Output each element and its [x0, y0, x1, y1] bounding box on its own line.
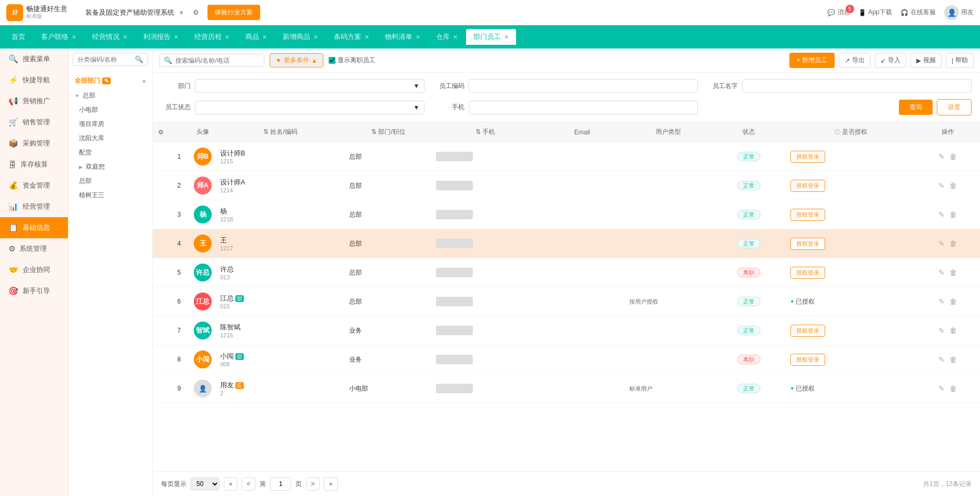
- filter-name-input[interactable]: [742, 79, 972, 93]
- edit-icon[interactable]: ✎: [938, 268, 945, 277]
- delete-icon[interactable]: 🗑: [949, 181, 957, 190]
- sidebar-item-purchase[interactable]: 📦采购管理: [0, 133, 68, 154]
- nav-tab-经营情况[interactable]: 经营情况✕: [85, 29, 135, 45]
- edit-icon[interactable]: ✎: [938, 239, 945, 248]
- edit-icon[interactable]: ✎: [938, 384, 945, 393]
- delete-icon[interactable]: 🗑: [949, 326, 957, 335]
- col-name-header[interactable]: ⇅ 姓名/编码: [216, 122, 345, 142]
- auth-login-button[interactable]: 授权登录: [790, 325, 825, 337]
- search-input[interactable]: [175, 57, 260, 64]
- auth-login-button[interactable]: 授权登录: [790, 151, 825, 163]
- first-page-button[interactable]: «: [224, 477, 237, 491]
- tab-close-icon[interactable]: ✕: [364, 34, 369, 41]
- tab-close-icon[interactable]: ✕: [504, 34, 509, 41]
- set-button[interactable]: 设置: [937, 99, 972, 115]
- dept-node[interactable]: 项目库房: [68, 117, 152, 131]
- show-resign-checkbox[interactable]: [329, 57, 335, 64]
- nav-tab-利润报告[interactable]: 利润报告✕: [136, 29, 186, 45]
- import-button[interactable]: ↙ 导入: [875, 53, 906, 68]
- delete-icon[interactable]: 🗑: [949, 384, 957, 393]
- nav-tab-物料清单[interactable]: 物料清单✕: [378, 29, 428, 45]
- dept-collapse-icon[interactable]: «: [142, 77, 146, 85]
- edit-icon[interactable]: ✎: [938, 355, 945, 364]
- sidebar-item-enterprise[interactable]: 🤝企业协同: [0, 259, 68, 280]
- edit-icon[interactable]: ✎: [938, 326, 945, 335]
- trial-button[interactable]: 体验行业方案: [207, 5, 260, 20]
- export-button[interactable]: ↗ 导出: [839, 53, 870, 68]
- more-filter-button[interactable]: ▼ 更多条件 ▲: [270, 53, 323, 67]
- tab-close-icon[interactable]: ✕: [225, 34, 230, 41]
- dept-node[interactable]: 配货: [68, 145, 152, 160]
- tab-close-icon[interactable]: ✕: [72, 34, 76, 41]
- dept-node[interactable]: 沈阳大库: [68, 131, 152, 145]
- nav-tab-仓库[interactable]: 仓库✕: [429, 29, 465, 45]
- sidebar-item-search-menu[interactable]: 🔍搜索菜单: [0, 48, 68, 70]
- col-phone-header[interactable]: ⇅ 手机: [432, 122, 539, 142]
- settings-icon[interactable]: ⚙: [189, 5, 203, 20]
- dept-node[interactable]: 总部: [68, 89, 152, 103]
- delete-icon[interactable]: 🗑: [949, 152, 957, 161]
- dept-node[interactable]: 双庭想: [68, 160, 152, 174]
- sidebar-item-sales[interactable]: 🛒销售管理: [0, 112, 68, 133]
- view-button[interactable]: ▶ 视频: [910, 53, 942, 68]
- tab-close-icon[interactable]: ✕: [262, 34, 267, 41]
- delete-icon[interactable]: 🗑: [949, 355, 957, 364]
- prev-page-button[interactable]: <: [242, 477, 255, 491]
- nav-tab-经营历程[interactable]: 经营历程✕: [187, 29, 237, 45]
- sidebar-item-operation[interactable]: 📊经营管理: [0, 196, 68, 217]
- auth-login-button[interactable]: 授权登录: [790, 209, 825, 221]
- delete-icon[interactable]: 🗑: [949, 210, 957, 219]
- filter-phone-input[interactable]: [469, 101, 698, 114]
- tab-close-icon[interactable]: ✕: [453, 34, 458, 41]
- auth-login-button[interactable]: 授权登录: [790, 238, 825, 250]
- sidebar-item-system[interactable]: ⚙系统管理: [0, 238, 68, 259]
- page-input[interactable]: [270, 477, 291, 491]
- tab-close-icon[interactable]: ✕: [123, 34, 127, 41]
- nav-tab-部门员工[interactable]: 部门员工✕: [466, 29, 516, 45]
- sidebar-item-finance[interactable]: 💰资金管理: [0, 175, 68, 196]
- message-button[interactable]: 💬 消息 5: [827, 8, 850, 17]
- next-page-button[interactable]: >: [306, 477, 320, 491]
- tab-close-icon[interactable]: ✕: [174, 34, 179, 41]
- auth-login-button[interactable]: 授权登录: [790, 354, 825, 366]
- user-avatar[interactable]: 👤 用友: [944, 5, 974, 20]
- tab-close-icon[interactable]: ✕: [415, 34, 420, 41]
- filter-code-input[interactable]: [469, 79, 698, 93]
- nav-tab-商品[interactable]: 商品✕: [238, 29, 274, 45]
- edit-icon[interactable]: ✎: [938, 152, 945, 161]
- tab-close-icon[interactable]: ✕: [313, 34, 318, 41]
- page-size-select[interactable]: 50 20 100: [191, 478, 220, 490]
- auth-login-button[interactable]: 授权登录: [790, 180, 825, 192]
- edit-icon[interactable]: ✎: [938, 210, 945, 219]
- filter-status-select[interactable]: ▼: [195, 101, 424, 114]
- nav-tab-客户联络[interactable]: 客户联络✕: [34, 29, 84, 45]
- last-page-button[interactable]: »: [324, 477, 338, 491]
- sidebar-item-newbie[interactable]: 🎯新手引导: [0, 280, 68, 302]
- nav-tab-首页[interactable]: 首页: [4, 29, 33, 45]
- dept-node[interactable]: 植树王三: [68, 188, 152, 202]
- sidebar-item-marketing[interactable]: 📢营销推广: [0, 91, 68, 112]
- dropdown-arrow-icon[interactable]: ▼: [179, 9, 184, 16]
- app-download-button[interactable]: 📱 App下载: [858, 8, 892, 17]
- edit-icon[interactable]: ✎: [938, 181, 945, 190]
- sidebar-item-inventory[interactable]: 🗄库存核算: [0, 154, 68, 175]
- add-employee-button[interactable]: + 新增员工: [789, 53, 835, 68]
- dept-search-input[interactable]: [77, 56, 132, 63]
- nav-tab-条码方案[interactable]: 条码方案✕: [326, 29, 377, 45]
- filter-dept-select[interactable]: ▼: [195, 79, 424, 93]
- delete-icon[interactable]: 🗑: [949, 268, 957, 277]
- delete-icon[interactable]: 🗑: [949, 239, 957, 248]
- help-button[interactable]: | 帮助: [946, 53, 974, 68]
- col-dept-header[interactable]: ⇅ 部门/职位: [345, 122, 432, 142]
- show-resign-label[interactable]: 显示离职员工: [329, 56, 375, 65]
- sidebar-item-quick-nav[interactable]: ⚡快捷导航: [0, 70, 68, 91]
- delete-icon[interactable]: 🗑: [949, 297, 957, 306]
- nav-tab-新增商品[interactable]: 新增商品✕: [275, 29, 325, 45]
- auth-login-button[interactable]: 授权登录: [790, 267, 825, 279]
- edit-icon[interactable]: ✎: [938, 297, 945, 306]
- online-service-button[interactable]: 🎧 在线客服: [900, 8, 936, 17]
- dept-node[interactable]: 总部: [68, 174, 152, 188]
- query-button[interactable]: 查询: [899, 100, 933, 115]
- dept-node[interactable]: 小电部: [68, 103, 152, 117]
- sidebar-item-basic-info[interactable]: 📋基础信息: [0, 217, 68, 238]
